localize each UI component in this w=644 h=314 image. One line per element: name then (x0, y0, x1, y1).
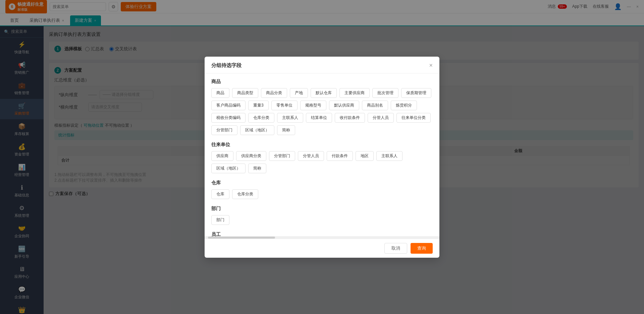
tag-goods-6[interactable]: 批次管理 (372, 88, 398, 98)
section-employee-title: 员工 (211, 232, 433, 236)
section-partner-title: 往来单位 (211, 142, 433, 148)
tag-goods-0[interactable]: 商品 (211, 88, 229, 98)
tag-goods-19[interactable]: 收付款条件 (335, 113, 365, 123)
tag-goods-22[interactable]: 分管部门 (211, 125, 237, 135)
modal-overlay: 分组待选字段 × 商品 商品 商品类型 商品分类 产地 默认仓库 主要供应商 批… (0, 0, 644, 314)
modal-hscrollbar[interactable] (205, 236, 439, 239)
section-partner: 往来单位 供应商 供应商分类 分管部门 分管人员 付款条件 地区 主联系人 区域… (211, 142, 433, 173)
tag-partner-8[interactable]: 简称 (248, 164, 266, 173)
tag-goods-20[interactable]: 分管人员 (368, 113, 394, 123)
section-department-tags: 部门 (211, 215, 433, 225)
tag-goods-7[interactable]: 保质期管理 (401, 88, 431, 98)
tag-goods-13[interactable]: 商品别名 (362, 101, 388, 110)
tag-goods-14[interactable]: 炼货积分 (391, 101, 417, 110)
tag-warehouse-1[interactable]: 仓库分类 (232, 189, 258, 199)
tag-partner-1[interactable]: 供应商分类 (236, 151, 266, 161)
section-warehouse-title: 仓库 (211, 180, 433, 186)
tag-goods-9[interactable]: 重量3 (248, 101, 269, 110)
modal-cancel-btn[interactable]: 取消 (384, 243, 407, 254)
tag-dept-0[interactable]: 部门 (211, 215, 229, 225)
modal-header: 分组待选字段 × (205, 57, 439, 73)
modal-title: 分组待选字段 (211, 62, 241, 69)
tag-goods-8[interactable]: 客户商品编码 (211, 101, 246, 110)
tag-goods-4[interactable]: 默认仓库 (311, 88, 337, 98)
tag-goods-1[interactable]: 商品类型 (232, 88, 258, 98)
tag-partner-6[interactable]: 主联系人 (376, 151, 402, 161)
tag-goods-18[interactable]: 结算单位 (306, 113, 332, 123)
tag-goods-15[interactable]: 税收分类编码 (211, 113, 246, 123)
section-warehouse-tags: 仓库 仓库分类 (211, 189, 433, 199)
section-department: 部门 部门 (211, 206, 433, 225)
tag-goods-12[interactable]: 默认供应商 (329, 101, 359, 110)
modal-body: 商品 商品 商品类型 商品分类 产地 默认仓库 主要供应商 批次管理 保质期管理… (205, 73, 439, 236)
section-goods-title: 商品 (211, 79, 433, 85)
tag-goods-17[interactable]: 主联系人 (277, 113, 303, 123)
tag-partner-5[interactable]: 地区 (356, 151, 374, 161)
tag-goods-24[interactable]: 简称 (277, 125, 295, 135)
field-select-modal: 分组待选字段 × 商品 商品 商品类型 商品分类 产地 默认仓库 主要供应商 批… (205, 57, 439, 258)
modal-confirm-btn[interactable]: 查询 (411, 243, 433, 254)
tag-partner-4[interactable]: 付款条件 (327, 151, 353, 161)
tag-goods-11[interactable]: 规格型号 (300, 101, 326, 110)
tag-partner-3[interactable]: 分管人员 (298, 151, 324, 161)
section-warehouse: 仓库 仓库 仓库分类 (211, 180, 433, 199)
section-department-title: 部门 (211, 206, 433, 212)
section-employee: 员工 业务员 (211, 232, 433, 236)
modal-footer: 取消 查询 (205, 239, 439, 258)
tag-goods-3[interactable]: 产地 (290, 88, 308, 98)
section-goods: 商品 商品 商品类型 商品分类 产地 默认仓库 主要供应商 批次管理 保质期管理… (211, 79, 433, 135)
tag-partner-7[interactable]: 区域（地区） (211, 164, 246, 173)
tag-goods-10[interactable]: 零售单位 (271, 101, 298, 110)
tag-goods-23[interactable]: 区域（地区） (240, 125, 274, 135)
tag-partner-0[interactable]: 供应商 (211, 151, 233, 161)
tag-warehouse-0[interactable]: 仓库 (211, 189, 229, 199)
section-partner-tags: 供应商 供应商分类 分管部门 分管人员 付款条件 地区 主联系人 区域（地区） … (211, 151, 433, 173)
tag-goods-16[interactable]: 仓库分类 (248, 113, 274, 123)
section-goods-tags: 商品 商品类型 商品分类 产地 默认仓库 主要供应商 批次管理 保质期管理 客户… (211, 88, 433, 135)
tag-goods-2[interactable]: 商品分类 (261, 88, 287, 98)
modal-close-btn[interactable]: × (429, 62, 433, 69)
tag-partner-2[interactable]: 分管部门 (269, 151, 295, 161)
tag-goods-5[interactable]: 主要供应商 (339, 88, 370, 98)
tag-goods-21[interactable]: 往来单位分类 (396, 113, 431, 123)
